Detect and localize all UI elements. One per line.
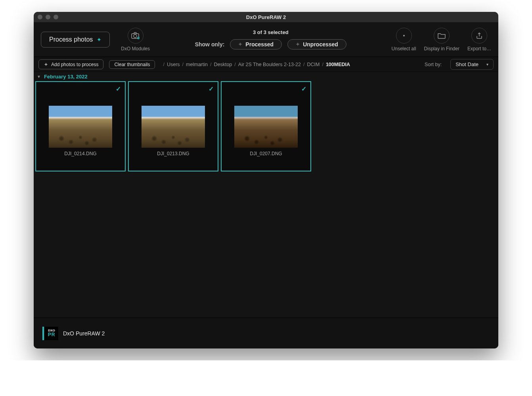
process-photos-button[interactable]: Process photos ✦: [41, 32, 110, 48]
checkmark-icon: ✓: [301, 85, 306, 93]
sort-select[interactable]: Shot Date ▾: [450, 59, 494, 70]
main-toolbar: Process photos ✦ DxO Modules 3 of 3 sele…: [34, 22, 498, 57]
titlebar: DxO PureRAW 2: [34, 12, 498, 22]
accent-bar-icon: [42, 327, 44, 340]
breadcrumb-sep: /: [303, 62, 304, 67]
window-title: DxO PureRAW 2: [34, 14, 498, 20]
sort-select-value: Shot Date: [455, 61, 478, 67]
breadcrumb-current: 100MEDIA: [326, 62, 350, 67]
toolbar-right: Unselect all Display in Finder Export: [392, 28, 491, 51]
thumbnail-image: [49, 106, 112, 148]
dxo-modules-label: DxO Modules: [121, 46, 150, 51]
add-photos-label: Add photos to process: [51, 62, 98, 67]
sort-by-label: Sort by:: [425, 62, 442, 67]
sparkle-icon: ✦: [97, 36, 101, 43]
unselect-all-button[interactable]: Unselect all: [392, 28, 416, 51]
thumbnail[interactable]: ✓ DJI_0214.DNG: [35, 81, 126, 171]
footer-app-name: DxO PureRAW 2: [63, 330, 105, 337]
camera-icon: [128, 28, 144, 44]
filter-unprocessed-label: Unprocessed: [303, 41, 338, 48]
group-header[interactable]: ▼ February 13, 2022: [34, 72, 498, 81]
app-logo-icon: DXO PR: [45, 327, 58, 340]
breadcrumb-sep: /: [163, 62, 164, 67]
thumbnail[interactable]: ✓ DJI_0207.DNG: [221, 81, 311, 171]
thumbnail-filename: DJI_0213.DNG: [157, 151, 189, 156]
breadcrumb-segment[interactable]: melmartin: [186, 62, 208, 67]
filter-processed-button[interactable]: ✦ Processed: [230, 39, 282, 50]
display-in-finder-label: Display in Finder: [424, 46, 459, 51]
thumbnail-row: ✓ DJI_0214.DNG ✓ DJI_0213.DNG ✓ DJI_0207…: [34, 81, 498, 171]
caret-down-icon: ▼: [37, 74, 41, 79]
svg-point-1: [134, 34, 137, 38]
unselect-all-label: Unselect all: [392, 46, 416, 51]
sub-toolbar: ＋ Add photos to process Clear thumbnails…: [34, 57, 498, 72]
thumbnail-grid: ▼ February 13, 2022 ✓ DJI_0214.DNG ✓ DJI…: [34, 72, 498, 318]
breadcrumb-segment[interactable]: Users: [167, 62, 180, 67]
breadcrumb-sep: /: [234, 62, 235, 67]
plus-icon: ＋: [44, 61, 48, 68]
breadcrumb-segment[interactable]: Desktop: [214, 62, 232, 67]
toolbar-center: 3 of 3 selected Show only: ✦ Processed ✦…: [150, 29, 392, 50]
thumbnail[interactable]: ✓ DJI_0213.DNG: [128, 81, 218, 171]
sparkle-icon: ✦: [238, 42, 242, 47]
breadcrumb-sep: /: [322, 62, 323, 67]
svg-point-3: [403, 35, 405, 36]
show-only-label: Show only:: [195, 41, 225, 48]
filter-unprocessed-button[interactable]: ✦ Unprocessed: [287, 39, 346, 50]
breadcrumb-sep: /: [182, 62, 184, 67]
group-date: February 13, 2022: [44, 74, 88, 80]
filter-processed-label: Processed: [245, 41, 274, 48]
thumbnail-image: [234, 106, 298, 148]
export-to-button[interactable]: Export to…: [467, 28, 491, 51]
dot-icon: [396, 28, 412, 44]
checkmark-icon: ✓: [116, 85, 121, 93]
breadcrumb-segment[interactable]: Air 2S The Boulders 2-13-22: [238, 62, 301, 67]
dxo-modules-button[interactable]: DxO Modules: [121, 28, 150, 51]
export-to-label: Export to…: [467, 46, 491, 51]
breadcrumb: / Users / melmartin / Desktop / Air 2S T…: [163, 62, 350, 67]
app-badge: DXO PR: [42, 327, 58, 340]
badge-bottom: PR: [48, 332, 55, 337]
display-in-finder-button[interactable]: Display in Finder: [424, 28, 459, 51]
app-window: DxO PureRAW 2 Process photos ✦ DxO Modul…: [34, 12, 498, 348]
clear-thumbnails-button[interactable]: Clear thumbnails: [109, 60, 155, 69]
process-photos-label: Process photos: [49, 36, 93, 43]
checkmark-icon: ✓: [209, 85, 214, 93]
breadcrumb-sep: /: [210, 62, 211, 67]
thumbnail-image: [142, 106, 205, 148]
footer: DXO PR DxO PureRAW 2: [34, 318, 498, 348]
thumbnail-filename: DJI_0214.DNG: [64, 151, 96, 156]
sparkle-icon: ✦: [296, 42, 300, 47]
selection-count: 3 of 3 selected: [253, 29, 289, 35]
folder-icon: [434, 28, 450, 44]
export-icon: [471, 28, 487, 44]
filter-row: Show only: ✦ Processed ✦ Unprocessed: [195, 39, 346, 50]
add-photos-button[interactable]: ＋ Add photos to process: [38, 59, 103, 69]
chevron-down-icon: ▾: [486, 62, 488, 67]
breadcrumb-segment[interactable]: DCIM: [307, 62, 320, 67]
thumbnail-filename: DJI_0207.DNG: [250, 151, 282, 156]
clear-thumbnails-label: Clear thumbnails: [114, 62, 150, 67]
